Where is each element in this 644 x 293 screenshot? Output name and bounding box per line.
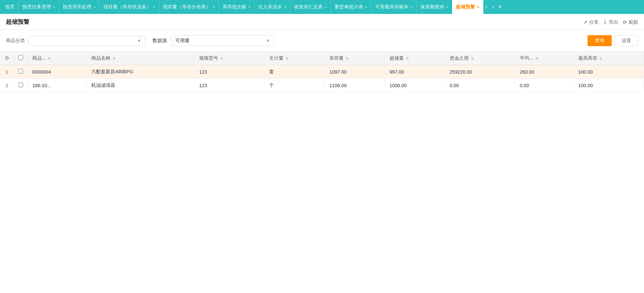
- nav-close-available-ledger[interactable]: ×: [410, 5, 413, 9]
- nav-close-pick-exception[interactable]: ×: [93, 5, 95, 9]
- th-stock: 库存量 ⇅: [325, 52, 385, 65]
- nav-close-overstock-alert[interactable]: ×: [477, 5, 479, 9]
- refresh-icon: ⟳: [623, 19, 627, 25]
- category-value: [32, 38, 33, 44]
- th-checkbox: [14, 52, 28, 65]
- th-capital: 资金占用 ⇅: [445, 52, 515, 65]
- nav-item-shelf-life[interactable]: 保质期查询 ×: [417, 0, 452, 14]
- th-spec-label: 规格型号: [199, 55, 218, 61]
- nav-close-stock-status[interactable]: ×: [153, 5, 155, 9]
- datasource-dropdown-icon: ▼: [266, 38, 270, 43]
- nav-label-pick-exception: 拣货异常处理: [63, 4, 91, 10]
- category-dropdown-icon: ▼: [137, 38, 141, 43]
- sort-icon-overstock[interactable]: ⇅: [406, 56, 409, 60]
- row-max-stock: 100.00: [574, 65, 644, 79]
- nav-right-arrow[interactable]: ›: [490, 0, 496, 14]
- refresh-button[interactable]: ⟳ 刷新: [623, 19, 638, 26]
- th-max-stock-label: 最高库存: [578, 55, 597, 61]
- row-checkbox[interactable]: [18, 69, 23, 74]
- sort-icon-unit[interactable]: ⇅: [286, 56, 289, 60]
- row-stock: 1097.00: [325, 65, 385, 79]
- settings-button[interactable]: 设置: [615, 35, 638, 46]
- nav-close-order-stat[interactable]: ×: [365, 5, 367, 9]
- row-num: 2: [0, 79, 14, 92]
- nav-label-batch-account: 库存批次账: [223, 4, 246, 10]
- nav-item-home[interactable]: 首页: [1, 0, 19, 14]
- nav-item-overstock-alert[interactable]: 超储预警 ×: [452, 0, 483, 14]
- sort-icon-avg[interactable]: ⇅: [535, 56, 538, 60]
- nav-extra-arrow[interactable]: ×: [496, 0, 504, 14]
- nav-left-arrow[interactable]: ‹: [483, 0, 490, 14]
- row-avg: 260.00: [515, 65, 574, 79]
- nav-close-pick-task[interactable]: ×: [53, 5, 55, 9]
- th-name: 商品名称 ⇅: [87, 52, 195, 65]
- nav-item-order-stat[interactable]: 要货单统计表 ×: [331, 0, 371, 14]
- row-capital: 259220.00: [445, 65, 515, 79]
- export-label: 导出: [609, 19, 618, 26]
- nav-label-pick-task: 拣货任务管理: [22, 4, 51, 10]
- row-unit: 套: [265, 65, 325, 79]
- th-name-label: 商品名称: [91, 55, 110, 61]
- nav-close-stock-dist[interactable]: ×: [212, 5, 215, 9]
- row-checkbox[interactable]: [18, 82, 23, 87]
- nav-label-inout-flow: 出入库流水: [258, 4, 282, 10]
- nav-item-summary[interactable]: 收发存汇总表 ×: [290, 0, 331, 14]
- page-container: 超储预警 ↗ 分享 ⇩ 导出 ⟳ 刷新 商品分类 ▼ 数据源: [0, 14, 644, 293]
- sort-icon-code[interactable]: ⇅: [48, 56, 51, 60]
- table-header-row: ⚙ 商品... ⇅ 商品名称 ⇅ 规格型号 ⇅: [0, 52, 644, 65]
- th-unit: 主计量 ⇅: [265, 52, 325, 65]
- row-stock: 1106.00: [325, 79, 385, 92]
- sort-icon-spec[interactable]: ⇅: [220, 56, 223, 60]
- th-code-label: 商品...: [32, 55, 46, 61]
- sort-icon-stock[interactable]: ⇅: [346, 56, 349, 60]
- nav-item-inout-flow[interactable]: 出入库流水 ×: [255, 0, 290, 14]
- query-button[interactable]: 查询: [588, 35, 612, 46]
- nav-close-inout-flow[interactable]: ×: [284, 5, 286, 9]
- nav-item-available-ledger[interactable]: 可用量库存账本 ×: [372, 0, 417, 14]
- th-spec: 规格型号 ⇅: [194, 52, 264, 65]
- th-capital-label: 资金占用: [450, 55, 469, 61]
- export-button[interactable]: ⇩ 导出: [603, 19, 618, 26]
- nav-label-summary: 收发存汇总表: [294, 4, 323, 10]
- datasource-select[interactable]: 可用量 ▼: [171, 35, 274, 46]
- sort-icon-capital[interactable]: ⇅: [471, 56, 474, 60]
- datasource-value: 可用量: [175, 37, 190, 44]
- export-icon: ⇩: [603, 19, 607, 25]
- nav-item-stock-status[interactable]: 现存量（库存状况表） ×: [100, 0, 159, 14]
- category-select[interactable]: ▼: [28, 36, 145, 46]
- row-max-stock: 100.00: [574, 79, 644, 92]
- sort-icon-max-stock[interactable]: ⇅: [599, 56, 602, 60]
- nav-close-shelf-life[interactable]: ×: [446, 5, 448, 9]
- table-row: 2 186-10... 机油滤清器 123 个 1106.00 1006.00 …: [0, 79, 644, 92]
- gear-icon[interactable]: ⚙: [4, 55, 9, 61]
- row-name: 机油滤清器: [87, 79, 195, 92]
- row-overstock: 997.00: [385, 65, 445, 79]
- row-spec: 123: [194, 79, 264, 92]
- datasource-filter: 数据源 可用量 ▼: [153, 35, 274, 46]
- nav-item-stock-dist[interactable]: 现存量（库存分布表） ×: [159, 0, 219, 14]
- select-all-checkbox[interactable]: [18, 55, 23, 60]
- nav-label-home: 首页: [5, 4, 15, 10]
- overstock-table: ⚙ 商品... ⇅ 商品名称 ⇅ 规格型号 ⇅: [0, 52, 644, 92]
- share-label: 分享: [589, 19, 599, 26]
- th-unit-label: 主计量: [269, 55, 283, 61]
- sort-icon-name[interactable]: ⇅: [113, 56, 116, 60]
- row-checkbox-cell: [14, 65, 28, 79]
- nav-item-pick-exception[interactable]: 拣货异常处理 ×: [59, 0, 99, 14]
- header-actions: ↗ 分享 ⇩ 导出 ⟳ 刷新: [583, 19, 638, 26]
- nav-item-batch-account[interactable]: 库存批次账 ×: [219, 0, 255, 14]
- table-body: 1 0000004 六配套新昌490BPG 123 套 1097.00 997.…: [0, 65, 644, 92]
- th-avg: 平均... ⇅: [515, 52, 574, 65]
- nav-close-summary[interactable]: ×: [325, 5, 327, 9]
- row-capital: 0.00: [445, 79, 515, 92]
- th-gear: ⚙: [0, 52, 14, 65]
- page-header: 超储预警 ↗ 分享 ⇩ 导出 ⟳ 刷新: [0, 14, 644, 30]
- datasource-label: 数据源: [153, 37, 167, 44]
- th-overstock-label: 超储量: [389, 55, 404, 61]
- th-stock-label: 库存量: [329, 55, 344, 61]
- share-button[interactable]: ↗ 分享: [583, 19, 599, 26]
- nav-item-pick-task[interactable]: 拣货任务管理 ×: [19, 0, 59, 14]
- filter-actions: 查询 设置: [588, 35, 638, 46]
- table-row: 1 0000004 六配套新昌490BPG 123 套 1097.00 997.…: [0, 65, 644, 79]
- nav-close-batch-account[interactable]: ×: [248, 5, 250, 9]
